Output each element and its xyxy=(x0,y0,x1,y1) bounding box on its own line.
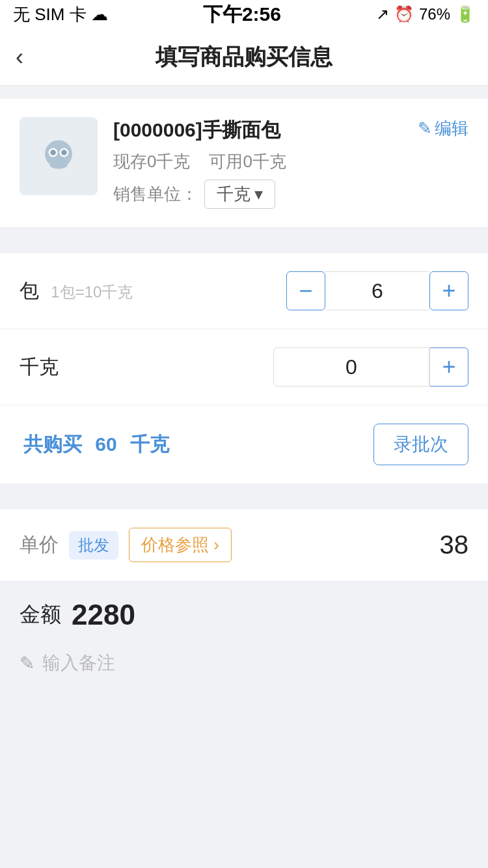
divider-1 xyxy=(0,227,488,240)
kg-plus-button[interactable]: + xyxy=(429,347,468,387)
sim-text: 无 SIM 卡 ☁ xyxy=(13,3,108,26)
nav-bar: ‹ 填写商品购买信息 xyxy=(0,29,488,86)
total-amount: 60 xyxy=(95,433,116,455)
battery-icon: 🔋 xyxy=(455,5,475,23)
bao-label: 包 1包=10千克 xyxy=(20,278,286,305)
price-section: 单价 批发 价格参照 › 38 xyxy=(0,509,488,580)
available-text: 可用0千克 xyxy=(209,152,286,171)
location-icon: ↗ xyxy=(376,5,389,23)
product-thumb-icon xyxy=(36,133,81,179)
alarm-icon: ⏰ xyxy=(394,5,414,23)
total-unit: 千克 xyxy=(130,433,169,455)
amount-label: 金额 xyxy=(20,601,61,629)
total-row: 共购买 60 千克 录批次 xyxy=(0,405,488,483)
unit-dropdown-icon: ▾ xyxy=(254,184,263,204)
amount-value: 2280 xyxy=(72,599,135,631)
kg-qty-input[interactable] xyxy=(273,347,429,387)
kg-row: 千克 + xyxy=(0,329,488,405)
status-left: 无 SIM 卡 ☁ xyxy=(13,3,108,26)
total-prefix: 共购买 xyxy=(23,433,82,455)
status-bar: 无 SIM 卡 ☁ 下午2:56 ↗ ⏰ 76% 🔋 xyxy=(0,0,488,29)
status-right: ↗ ⏰ 76% 🔋 xyxy=(376,5,475,23)
svg-point-4 xyxy=(61,150,66,155)
content-fill xyxy=(0,688,488,868)
bao-plus-button[interactable]: + xyxy=(429,271,468,310)
price-value: 38 xyxy=(440,530,469,560)
remark-icon: ✎ xyxy=(20,653,34,674)
product-id: [0000006] xyxy=(113,119,202,141)
unit-value: 千克 xyxy=(217,183,251,206)
battery-text: 76% xyxy=(419,5,450,23)
svg-point-5 xyxy=(49,160,68,169)
kg-qty-control: + xyxy=(273,347,468,387)
bao-row: 包 1包=10千克 − + xyxy=(0,253,488,329)
bao-qty-control: − + xyxy=(286,271,468,310)
product-unit-row: 销售单位： 千克 ▾ xyxy=(113,180,468,209)
page-title: 填写商品购买信息 xyxy=(156,42,332,72)
bao-minus-button[interactable]: − xyxy=(286,271,325,310)
price-tag-wholesale: 批发 xyxy=(69,531,118,560)
back-button[interactable]: ‹ xyxy=(16,44,23,71)
kg-label: 千克 xyxy=(20,354,273,381)
divider-2 xyxy=(0,483,488,496)
product-stock: 现存0千克 可用0千克 xyxy=(113,150,468,173)
stock-text: 现存0千克 xyxy=(113,152,190,171)
unit-label: 销售单位： xyxy=(113,183,198,206)
record-batch-button[interactable]: 录批次 xyxy=(373,424,468,465)
remark-placeholder: 输入备注 xyxy=(42,651,115,675)
bao-hint: 1包=10千克 xyxy=(51,283,133,301)
price-reference-button[interactable]: 价格参照 › xyxy=(129,528,232,562)
bao-section: 包 1包=10千克 − + 千克 + xyxy=(0,253,488,405)
edit-button[interactable]: ✎ 编辑 xyxy=(418,117,468,140)
product-name: [0000006]手撕面包 xyxy=(113,117,280,144)
svg-point-3 xyxy=(50,150,55,155)
edit-icon: ✎ xyxy=(418,118,432,139)
price-label: 单价 xyxy=(20,532,59,558)
product-info: [0000006]手撕面包 ✎ 编辑 现存0千克 可用0千克 销售单位： 千克 … xyxy=(113,117,468,209)
product-title: 手撕面包 xyxy=(202,119,280,141)
bao-qty-input[interactable] xyxy=(325,271,429,310)
product-thumbnail xyxy=(20,117,98,195)
unit-selector[interactable]: 千克 ▾ xyxy=(204,180,275,209)
amount-row: 金额 2280 xyxy=(20,599,468,631)
status-time: 下午2:56 xyxy=(203,1,281,28)
product-card: [0000006]手撕面包 ✎ 编辑 现存0千克 可用0千克 销售单位： 千克 … xyxy=(0,99,488,227)
amount-section: 金额 2280 ✎ 输入备注 xyxy=(0,580,488,688)
total-text: 共购买 60 千克 xyxy=(20,431,173,458)
edit-label: 编辑 xyxy=(435,117,468,140)
remark-row[interactable]: ✎ 输入备注 xyxy=(20,644,468,688)
